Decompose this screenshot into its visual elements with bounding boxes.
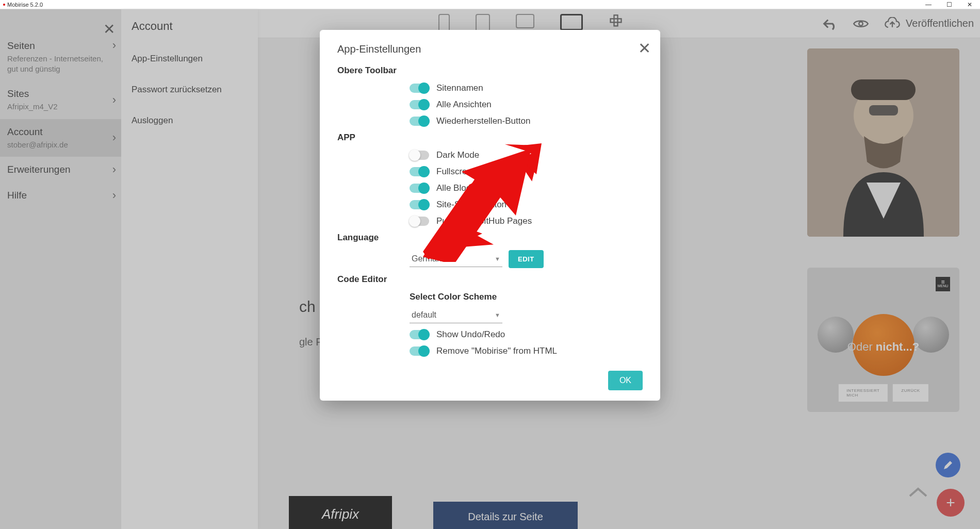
toggle-sitennamen[interactable] xyxy=(410,84,429,93)
window-controls: — ☐ ✕ xyxy=(918,0,980,9)
app-root: ✕ Seiten Referenzen - Internetseiten, gu… xyxy=(0,9,980,529)
annotation-arrow-icon xyxy=(413,143,542,262)
section-code-editor: Code Editor xyxy=(337,274,643,285)
modal-close-icon[interactable]: ✕ xyxy=(638,39,651,57)
window-maximize-button[interactable]: ☐ xyxy=(939,0,959,9)
toggle-alle-ansichten[interactable] xyxy=(410,100,429,109)
option-label: Remove "Mobirise" from HTML xyxy=(436,346,557,356)
color-scheme-value: default xyxy=(412,310,436,320)
option-label: Wiederherstellen-Button xyxy=(436,116,530,126)
option-wiederherstellen: Wiederherstellen-Button xyxy=(410,116,643,126)
option-remove-mobirise: Remove "Mobirise" from HTML xyxy=(410,346,643,356)
option-label: Alle Ansichten xyxy=(436,100,492,110)
toggle-show-undo[interactable] xyxy=(410,330,429,339)
option-sitennamen: Sitennamen xyxy=(410,83,643,93)
option-label: Sitennamen xyxy=(436,83,483,93)
modal-ok-button[interactable]: OK xyxy=(608,371,643,390)
dropdown-caret-icon: ▼ xyxy=(495,312,500,318)
option-alle-ansichten: Alle Ansichten xyxy=(410,100,643,110)
app-indicator-dot xyxy=(3,4,5,6)
window-titlebar: Mobirise 5.2.0 — ☐ ✕ xyxy=(0,0,980,9)
window-minimize-button[interactable]: — xyxy=(918,0,939,9)
window-close-button[interactable]: ✕ xyxy=(959,0,980,9)
color-scheme-select[interactable]: default ▼ xyxy=(410,307,502,323)
section-toolbar: Obere Toolbar xyxy=(337,65,643,76)
app-title: Mobirise 5.2.0 xyxy=(7,2,43,8)
toggle-remove-mobirise[interactable] xyxy=(410,346,429,356)
modal-title: App-Einstellungen xyxy=(337,43,643,55)
toggle-wiederherstellen[interactable] xyxy=(410,117,429,126)
option-show-undo: Show Undo/Redo xyxy=(410,329,643,340)
section-app: APP xyxy=(337,133,643,143)
color-scheme-label: Select Color Scheme xyxy=(410,292,643,302)
color-scheme-block: default ▼ xyxy=(410,307,643,323)
option-label: Show Undo/Redo xyxy=(436,329,505,340)
